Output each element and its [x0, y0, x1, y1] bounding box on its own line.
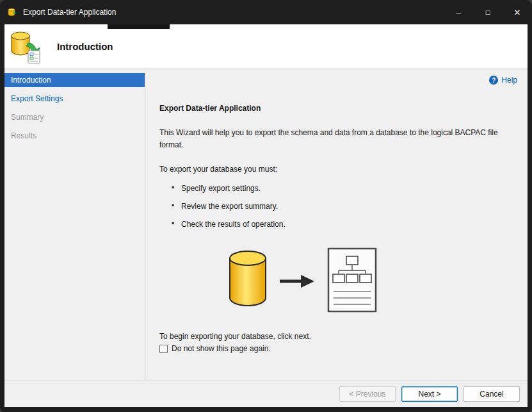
maximize-button[interactable]: □	[473, 0, 503, 24]
bullet-item: Specify export settings.	[181, 184, 517, 193]
window-title: Export Data-tier Application	[23, 8, 116, 17]
app-icon	[7, 7, 17, 17]
bullet-item: Review the export summary.	[181, 202, 517, 211]
export-data-tier-icon	[10, 29, 43, 64]
window-controls: – □ ✕	[444, 0, 532, 24]
minimize-button[interactable]: –	[444, 0, 473, 24]
help-icon: ?	[489, 76, 498, 85]
arrow-icon	[280, 275, 314, 288]
titlebar: Export Data-tier Application – □ ✕	[0, 0, 532, 24]
dont-show-row: Do not show this page again.	[159, 344, 517, 353]
sidebar-item-export-settings[interactable]: Export Settings	[4, 92, 145, 106]
sidebar-nav: Introduction Export Settings Summary Res…	[4, 69, 145, 380]
sidebar-item-introduction[interactable]: Introduction	[4, 73, 145, 87]
next-button[interactable]: Next >	[401, 386, 458, 402]
dialog-body: Introduction Introduction Export Setting…	[4, 24, 528, 407]
close-button[interactable]: ✕	[503, 0, 532, 24]
help-row: ? Help	[159, 74, 517, 86]
export-illustration	[221, 244, 517, 318]
background-window-fragment	[108, 24, 170, 29]
requirements-label: To export your database you must:	[159, 165, 517, 174]
dont-show-checkbox[interactable]	[159, 345, 168, 353]
dont-show-label: Do not show this page again.	[172, 344, 271, 353]
main-panel: ? Help Export Data-tier Application This…	[145, 69, 528, 380]
window-frame: Export Data-tier Application – □ ✕	[0, 0, 532, 412]
sidebar-item-summary: Summary	[4, 110, 145, 124]
help-link[interactable]: ? Help	[489, 76, 517, 85]
requirements-list: Specify export settings. Review the expo…	[159, 184, 517, 229]
database-icon	[230, 251, 266, 306]
page-title: Introduction	[57, 41, 113, 52]
begin-note: To begin exporting your database, click …	[159, 332, 517, 341]
content-row: Introduction Export Settings Summary Res…	[4, 69, 528, 380]
bacpac-file-icon	[328, 249, 376, 311]
wizard-header: Introduction	[4, 24, 528, 69]
footer: < Previous Next > Cancel	[4, 380, 528, 407]
help-label: Help	[501, 76, 517, 85]
sidebar-item-results: Results	[4, 129, 145, 143]
bullet-item: Check the results of operation.	[181, 220, 517, 229]
previous-button: < Previous	[339, 386, 396, 402]
intro-paragraph: This Wizard will help you to export the …	[159, 127, 515, 151]
content-heading: Export Data-tier Application	[159, 104, 517, 113]
cancel-button[interactable]: Cancel	[463, 386, 520, 402]
